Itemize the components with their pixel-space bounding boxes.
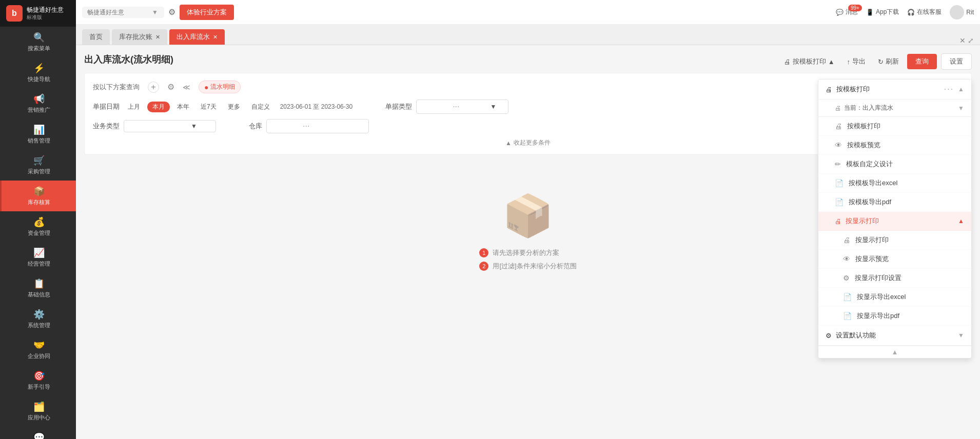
guide-icon: 🎯 <box>33 370 45 382</box>
topbar-left: ▼ ⚙ 体验行业方案 <box>82 5 831 20</box>
tabbar: 首页 库存批次账 ✕ 出入库流水 ✕ ✕ ⤢ <box>76 25 980 45</box>
tab-batch-close[interactable]: ✕ <box>155 34 160 41</box>
dropdown-item-display-pdf[interactable]: 📄 按显示导出pdf <box>818 307 971 326</box>
display-excel-icon: 📄 <box>843 293 852 301</box>
topbar-search-box[interactable]: ▼ <box>82 7 164 18</box>
sidebar-item-wecom[interactable]: 💬 企业微信 <box>0 427 76 439</box>
display-print-settings-icon: ⚙ <box>843 274 850 282</box>
template-preview-icon: 👁 <box>835 141 842 149</box>
search-config-button[interactable]: ⚙ <box>167 82 174 92</box>
sidebar-item-search[interactable]: 🔍 搜索菜单 <box>0 27 76 57</box>
page-actions: 🖨 按模板打印 ▲ ↑ 导出 ↻ 刷新 查询 设置 🖨 按模板打印 <box>780 53 972 70</box>
date-filter-label: 单据日期 <box>93 102 120 111</box>
settings-button[interactable]: 设置 <box>941 53 972 70</box>
refresh-icon: ↻ <box>878 58 884 66</box>
sidebar-item-sales[interactable]: 📊 销售管理 <box>0 119 76 150</box>
sidebar-item-enterprise[interactable]: 🤝 企业协同 <box>0 334 76 365</box>
online-service-button[interactable]: 🎧 在线客服 <box>907 8 942 16</box>
sidebar-item-inventory[interactable]: 📦 库存核算 <box>0 181 76 211</box>
sidebar-item-basic[interactable]: 📋 基础信息 <box>0 273 76 304</box>
export-button[interactable]: ↑ 导出 <box>843 55 870 68</box>
dropdown-current-item[interactable]: 🖨 当前：出入库流水 ▼ <box>818 99 971 117</box>
dropdown-dots-menu[interactable]: ··· <box>944 85 954 94</box>
messages-button[interactable]: 💬 消息 99+ <box>836 8 858 16</box>
logo-text: 畅捷通好生意 标准版 <box>27 6 64 21</box>
display-print-chevron-up: ▲ <box>958 217 964 225</box>
doctype-select[interactable]: ··· ▼ <box>416 99 508 114</box>
current-item-icon: 🖨 <box>835 105 841 112</box>
dropdown-item-template-design[interactable]: ✏ 模板自定义设计 <box>818 155 971 174</box>
dropdown-item-display-print-settings[interactable]: ⚙ 按显示打印设置 <box>818 269 971 288</box>
dropdown-template-print-label: 🖨 按模板打印 <box>826 85 870 94</box>
dropdown-scroll-up[interactable]: ▲ <box>818 346 971 358</box>
biztype-chevron: ▼ <box>191 123 197 130</box>
page-content: 出入库流水(流水明细) 🖨 按模板打印 ▲ ↑ 导出 ↻ 刷新 查询 设置 <box>76 45 980 439</box>
operations-icon: 📈 <box>33 247 45 258</box>
date-tab-this-year[interactable]: 本年 <box>173 102 193 112</box>
display-preview-icon: 👁 <box>843 255 850 263</box>
tab-expand-icon[interactable]: ⤢ <box>968 36 974 45</box>
sidebar-item-system[interactable]: ⚙️ 系统管理 <box>0 304 76 334</box>
wecom-icon: 💬 <box>33 432 45 439</box>
search-icon: 🔍 <box>33 32 45 43</box>
date-tab-last-month[interactable]: 上月 <box>124 102 144 112</box>
messages-badge: 99+ <box>848 5 862 11</box>
date-tab-this-month[interactable]: 本月 <box>147 102 170 112</box>
dropdown-item-display-preview[interactable]: 👁 按显示预览 <box>818 250 971 269</box>
biztype-select[interactable]: ▼ <box>124 120 216 132</box>
tab-home[interactable]: 首页 <box>82 29 110 45</box>
query-button[interactable]: 查询 <box>907 54 937 69</box>
sidebar-item-operations[interactable]: 📈 经营管理 <box>0 242 76 273</box>
sidebar-item-quick-nav[interactable]: ⚡ 快捷导航 <box>0 57 76 88</box>
search-add-button[interactable]: + <box>148 82 159 93</box>
tab-flow-close[interactable]: ✕ <box>213 34 218 41</box>
finance-icon: 💰 <box>33 216 45 228</box>
warehouse-filter-item: 仓库 ··· <box>249 119 369 133</box>
industry-solution-button[interactable]: 体验行业方案 <box>180 5 234 20</box>
topbar-search-input[interactable] <box>87 9 149 16</box>
app-download-button[interactable]: 📱 App下载 <box>866 8 899 16</box>
dropdown-item-display-excel[interactable]: 📄 按显示导出excel <box>818 288 971 307</box>
sidebar: b 畅捷通好生意 标准版 🔍 搜索菜单 ⚡ 快捷导航 📢 营销推广 📊 销售管理… <box>0 0 76 439</box>
warehouse-select-dots: ··· <box>303 122 309 131</box>
sidebar-item-finance[interactable]: 💰 资金管理 <box>0 211 76 242</box>
dropdown-default-setting-header[interactable]: ⚙ 设置默认功能 ▼ <box>818 326 971 346</box>
topbar-search-chevron[interactable]: ▼ <box>152 9 158 16</box>
dropdown-template-print-header[interactable]: 🖨 按模板打印 ··· ▲ <box>818 79 971 99</box>
app-download-icon: 📱 <box>866 9 874 16</box>
headset-icon: 🎧 <box>907 9 915 16</box>
warehouse-select[interactable]: ··· <box>266 119 369 133</box>
date-tab-more[interactable]: 更多 <box>224 102 244 112</box>
collapse-more-conditions-button[interactable]: ▲ 收起更多条件 <box>505 138 551 147</box>
topbar-gear-icon[interactable]: ⚙ <box>168 7 175 17</box>
date-tab-7days[interactable]: 近7天 <box>197 102 221 112</box>
sidebar-item-marketing[interactable]: 📢 营销推广 <box>0 88 76 119</box>
tab-flow[interactable]: 出入库流水 ✕ <box>169 29 225 45</box>
tab-batch[interactable]: 库存批次账 ✕ <box>112 29 167 45</box>
dropdown-item-template-pdf[interactable]: 📄 按模板导出pdf <box>818 193 971 212</box>
print-dropdown-panel: 🖨 按模板打印 ··· ▲ 🖨 当前：出入库流水 ▼ <box>818 79 972 358</box>
collapse-up-icon: ▲ <box>505 139 512 147</box>
empty-step-1: 1 请先选择要分析的方案 <box>479 248 576 257</box>
date-filter-item: 单据日期 上月 本月 本年 近7天 更多 自定义 2023-06-01 至 20… <box>93 102 352 112</box>
sidebar-item-purchase[interactable]: 🛒 采购管理 <box>0 150 76 181</box>
tab-close-all-icon[interactable]: ✕ <box>959 36 966 45</box>
dropdown-item-template-preview[interactable]: 👁 按模板预览 <box>818 136 971 155</box>
search-collapse-button[interactable]: ≪ <box>183 83 190 91</box>
empty-state-icon: 📦 <box>502 192 554 240</box>
user-menu[interactable]: Rit <box>950 5 974 19</box>
refresh-button[interactable]: ↻ 刷新 <box>874 55 903 68</box>
empty-steps: 1 请先选择要分析的方案 2 用[过滤]条件来缩小分析范围 <box>479 248 576 275</box>
dropdown-item-template-excel[interactable]: 📄 按模板导出excel <box>818 174 971 193</box>
sidebar-item-app-center[interactable]: 🗂️ 应用中心 <box>0 396 76 427</box>
doctype-select-dots: ··· <box>453 102 459 111</box>
dropdown-item-display-print[interactable]: 🖨 按显示打印 <box>818 231 971 250</box>
filter-tag-shuimingxi[interactable]: ● 流水明细 <box>199 81 241 93</box>
export-icon: ↑ <box>847 58 851 66</box>
template-print-button[interactable]: 🖨 按模板打印 ▲ <box>780 55 839 68</box>
sidebar-item-guide[interactable]: 🎯 新手引导 <box>0 365 76 396</box>
date-tab-custom[interactable]: 自定义 <box>247 102 274 112</box>
biztype-filter-label: 业务类型 <box>93 122 120 131</box>
dropdown-display-print-header[interactable]: 🖨 按显示打印 ▲ <box>818 212 971 231</box>
dropdown-item-template-print[interactable]: 🖨 按模板打印 <box>818 117 971 136</box>
